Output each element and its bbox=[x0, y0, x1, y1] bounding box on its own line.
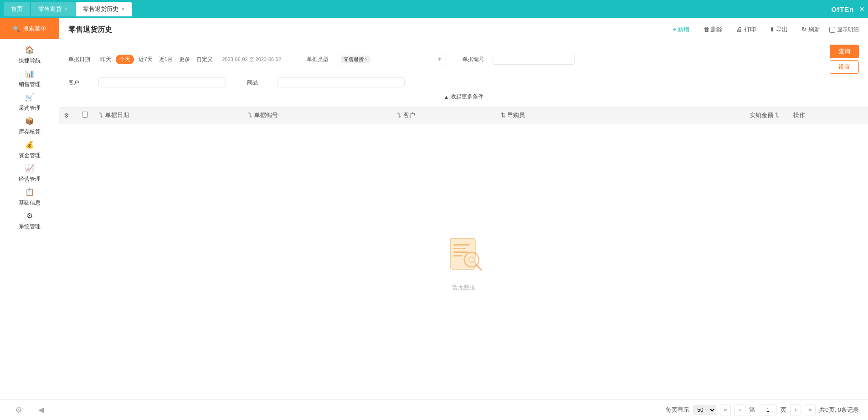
th-customer: ⇅ 客户 bbox=[392, 108, 496, 123]
date-opt-today[interactable]: 今天 bbox=[116, 55, 134, 64]
show-detail-text: 显示明细 bbox=[837, 26, 859, 34]
window-close-button[interactable]: × bbox=[859, 5, 864, 14]
show-detail-checkbox-label[interactable]: 显示明细 bbox=[829, 26, 859, 34]
th-action: 操作 bbox=[789, 108, 868, 123]
customer-placeholder: ... bbox=[103, 79, 222, 86]
print-button[interactable]: 🖨 打印 bbox=[732, 24, 760, 36]
sidebar-item-quick-nav[interactable]: 🏠快捷导航 bbox=[0, 43, 59, 67]
tab-label-retail-return-history: 零售退货历史 bbox=[83, 5, 118, 13]
sidebar-label-quick-nav: 快捷导航 bbox=[19, 57, 41, 65]
svg-rect-1 bbox=[453, 244, 470, 246]
page-title-row: 零售退货历史 + 新增 🗑 删除 🖨 打印 ⬆ 导出 ↻ 刷新 显示明细 bbox=[68, 24, 859, 36]
settings-button[interactable]: 设置 bbox=[830, 60, 859, 74]
sidebar-item-system[interactable]: ⚙系统管理 bbox=[0, 209, 59, 232]
number-input[interactable] bbox=[493, 54, 575, 65]
goods-label: 商品 bbox=[247, 79, 270, 87]
filter-area: 单据日期 昨天 今天 近7天 近1月 更多 自定义 2023-06-02 至 2… bbox=[68, 40, 859, 107]
collapse-button[interactable]: ▲ 收起更多条件 bbox=[444, 93, 484, 101]
quick-nav-icon: 🏠 bbox=[25, 45, 35, 55]
date-opt-yesterday[interactable]: 昨天 bbox=[98, 55, 113, 64]
next-page-button[interactable]: › bbox=[790, 405, 801, 415]
page-label: 第 bbox=[749, 406, 755, 414]
th-number: ⇅ 单据编号 bbox=[243, 108, 392, 123]
date-opt-more[interactable]: 更多 bbox=[177, 55, 192, 64]
table-header: ⚙ ⇅ 单据日期 ⇅ 单据编号 ⇅ 客户 bbox=[59, 108, 868, 123]
tab-retail-return[interactable]: 零售退货× bbox=[31, 2, 75, 16]
svg-rect-3 bbox=[453, 251, 468, 253]
prev-page-button[interactable]: ‹ bbox=[734, 405, 745, 415]
goods-placeholder: ... bbox=[281, 79, 401, 86]
page-number-input[interactable] bbox=[759, 405, 777, 415]
number-label: 单据编号 bbox=[462, 56, 485, 63]
basic-info-icon: 📋 bbox=[25, 187, 35, 197]
export-button[interactable]: ⬆ 导出 bbox=[765, 24, 793, 36]
search-icon: 🔍 bbox=[13, 26, 20, 32]
sidebar-item-purchase-mgmt[interactable]: 🛒采购管理 bbox=[0, 90, 59, 114]
type-select[interactable]: 零售退货 × ▼ bbox=[337, 54, 446, 65]
date-opt-1month[interactable]: 近1月 bbox=[157, 55, 175, 64]
refresh-button[interactable]: ↻ 刷新 bbox=[797, 24, 825, 36]
page-size-label: 每页显示 bbox=[666, 406, 689, 414]
search-menu-button[interactable]: 🔍 搜索菜单 bbox=[0, 18, 59, 39]
sidebar-item-finance[interactable]: 💰资金管理 bbox=[0, 138, 59, 161]
system-icon: ⚙ bbox=[25, 211, 35, 221]
sidebar-item-operations[interactable]: 📈经营管理 bbox=[0, 161, 59, 185]
tab-retail-return-history[interactable]: 零售退货历史× bbox=[76, 2, 131, 16]
empty-illustration bbox=[441, 231, 487, 277]
tab-label-retail-return: 零售退货 bbox=[38, 5, 62, 13]
pagination-bar: 每页显示 50 10 20 100 « ‹ 第 页 › » 共0页, 0条记录 bbox=[59, 400, 868, 420]
collapse-label: 收起更多条件 bbox=[451, 93, 483, 101]
inventory-icon: 📦 bbox=[25, 116, 35, 126]
operations-icon: 📈 bbox=[25, 164, 35, 174]
toolbar: + 新增 🗑 删除 🖨 打印 ⬆ 导出 ↻ 刷新 显示明细 bbox=[668, 24, 859, 36]
select-all-checkbox[interactable] bbox=[82, 112, 88, 118]
tab-home[interactable]: 首页 bbox=[4, 2, 30, 16]
filter-row-2: 客户 ... 商品 ... bbox=[68, 77, 859, 87]
date-opt-7days[interactable]: 近7天 bbox=[137, 55, 154, 64]
tab-bar: 首页零售退货×零售退货历史× bbox=[4, 2, 831, 16]
search-menu-label: 搜索菜单 bbox=[23, 25, 46, 33]
svg-rect-0 bbox=[450, 238, 475, 269]
table-settings-icon[interactable]: ⚙ bbox=[64, 112, 69, 119]
th-settings[interactable]: ⚙ bbox=[59, 108, 77, 123]
tab-close-retail-return[interactable]: × bbox=[65, 6, 67, 12]
brand-logo: OfTEn bbox=[831, 5, 854, 13]
tab-label-home: 首页 bbox=[11, 5, 23, 13]
sidebar-item-basic-info[interactable]: 📋基础信息 bbox=[0, 185, 59, 209]
purchase-mgmt-icon: 🛒 bbox=[25, 92, 35, 102]
type-tag: 零售退货 × bbox=[341, 56, 370, 63]
th-checkbox[interactable] bbox=[77, 108, 94, 123]
sidebar-items: 🏠快捷导航📊销售管理🛒采购管理📦库存核算💰资金管理📈经营管理📋基础信息⚙系统管理 bbox=[0, 39, 59, 399]
th-date: ⇅ 单据日期 bbox=[94, 108, 243, 123]
delete-button[interactable]: 🗑 删除 bbox=[699, 24, 728, 36]
last-page-button[interactable]: » bbox=[805, 405, 816, 415]
finance-icon: 💰 bbox=[25, 140, 35, 150]
first-page-button[interactable]: « bbox=[720, 405, 731, 415]
customer-select[interactable]: ... bbox=[98, 77, 226, 87]
top-bar: 首页零售退货×零售退货历史× OfTEn × bbox=[0, 0, 868, 18]
page-unit: 页 bbox=[781, 406, 786, 414]
goods-select[interactable]: ... bbox=[277, 77, 405, 87]
sidebar-item-inventory[interactable]: 📦库存核算 bbox=[0, 114, 59, 138]
tab-close-retail-return-history[interactable]: × bbox=[121, 6, 124, 12]
collapse-sidebar-icon[interactable]: ◀ bbox=[38, 405, 44, 414]
total-label: 共0页, 0条记录 bbox=[819, 406, 859, 414]
sidebar-label-system: 系统管理 bbox=[19, 223, 41, 230]
sidebar-label-sales-mgmt: 销售管理 bbox=[19, 81, 41, 88]
type-tag-close[interactable]: × bbox=[365, 57, 368, 62]
sidebar-item-sales-mgmt[interactable]: 📊销售管理 bbox=[0, 67, 59, 90]
svg-rect-4 bbox=[453, 255, 462, 256]
date-options: 昨天 今天 近7天 近1月 更多 自定义 bbox=[98, 55, 215, 64]
show-detail-checkbox[interactable] bbox=[829, 27, 835, 33]
date-opt-custom[interactable]: 自定义 bbox=[195, 55, 215, 64]
empty-text: 暂无数据 bbox=[452, 283, 476, 292]
sidebar-label-basic-info: 基础信息 bbox=[19, 199, 41, 207]
settings-icon[interactable]: ⚙ bbox=[15, 405, 22, 415]
filter-row-1: 单据日期 昨天 今天 近7天 近1月 更多 自定义 2023-06-02 至 2… bbox=[68, 45, 859, 74]
type-select-arrow: ▼ bbox=[437, 56, 442, 62]
page-size-select[interactable]: 50 10 20 100 bbox=[693, 405, 716, 415]
new-button[interactable]: + 新增 bbox=[668, 24, 694, 36]
data-table: ⚙ ⇅ 单据日期 ⇅ 单据编号 ⇅ 客户 bbox=[59, 108, 868, 123]
table-container: ⚙ ⇅ 单据日期 ⇅ 单据编号 ⇅ 客户 bbox=[59, 108, 868, 400]
query-button[interactable]: 查询 bbox=[830, 45, 859, 58]
